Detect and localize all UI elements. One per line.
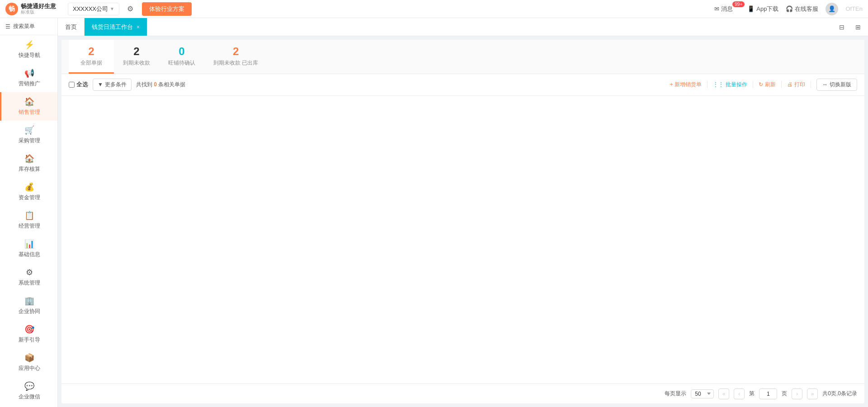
search-menu-btn[interactable]: ☰ 搜索菜单 xyxy=(0,18,57,35)
page-label: 第 xyxy=(749,390,755,398)
batch-icon: ⋮⋮ xyxy=(713,81,724,88)
stats-label-overdue: 到期未收款 xyxy=(123,59,150,67)
pagination-bar: 每页显示 20 50 100 « ‹ 第 页 › » 共0页,0条记录 xyxy=(61,384,864,403)
divider-2 xyxy=(753,81,753,88)
select-all-checkbox[interactable] xyxy=(69,82,75,88)
sidebar-item-operation[interactable]: 📋 经营管理 xyxy=(0,206,57,234)
sidebar-item-wechat[interactable]: 💬 企业微信 xyxy=(0,377,57,405)
switch-icon: ↔ xyxy=(822,81,828,88)
top-header: 畅 畅捷通好生意 标准版 XXXXXX公司 ▼ ⚙ 体验行业方案 ✉ 消息 99… xyxy=(0,0,868,18)
service-icon: 🎧 xyxy=(786,5,793,12)
toolbar-left: 全选 ▼ 更多条件 共找到 0 条相关单据 xyxy=(69,79,665,91)
divider-3 xyxy=(781,81,782,88)
sidebar-item-inventory[interactable]: 🏠 库存核算 xyxy=(0,149,57,178)
sidebar-item-quick-nav[interactable]: ⚡ 快捷导航 xyxy=(0,35,57,64)
last-page-button[interactable]: » xyxy=(807,388,818,399)
stats-tab-all[interactable]: 2 全部单据 xyxy=(69,40,114,74)
message-btn[interactable]: ✉ 消息 99+ xyxy=(714,5,740,13)
stats-label-all: 全部单据 xyxy=(80,59,102,67)
page-total: 共0页,0条记录 xyxy=(822,390,857,398)
found-count: 0 xyxy=(154,81,157,88)
print-icon: 🖨 xyxy=(787,81,793,88)
username-area[interactable]: OfTEn xyxy=(845,5,863,12)
prev-page-button[interactable]: ‹ xyxy=(734,388,745,399)
filter-button[interactable]: ▼ 更多条件 xyxy=(93,79,132,91)
header-right: ✉ 消息 99+ 📱 App下载 🎧 在线客服 👤 OfTEn xyxy=(714,3,863,15)
stats-tab-pending[interactable]: 0 旺铺待确认 xyxy=(159,40,204,74)
first-page-button[interactable]: « xyxy=(718,388,729,399)
page-size-label: 每页显示 xyxy=(665,390,686,398)
print-button[interactable]: 🖨 打印 xyxy=(787,81,805,89)
stats-count-shipped: 2 xyxy=(233,45,239,58)
basic-info-icon: 📊 xyxy=(24,239,34,249)
batch-operation-button[interactable]: ⋮⋮ 批量操作 xyxy=(713,81,747,89)
toolbar: 全选 ▼ 更多条件 共找到 0 条相关单据 + 新增销货单 xyxy=(61,74,864,96)
sidebar-item-guide[interactable]: 🎯 新手引导 xyxy=(0,320,57,348)
divider-4 xyxy=(811,81,811,88)
stats-tab-shipped[interactable]: 2 到期未收款 已出库 xyxy=(204,40,267,74)
tab-active-label: 钱货日清工作台 xyxy=(92,23,133,31)
avatar[interactable]: 👤 xyxy=(826,3,838,15)
tab-close-icon[interactable]: × xyxy=(137,24,140,30)
refresh-icon: ↻ xyxy=(759,81,763,88)
sidebar-item-basic-info[interactable]: 📊 基础信息 xyxy=(0,234,57,263)
stats-label-shipped: 到期未收款 已出库 xyxy=(213,59,258,67)
online-service-btn[interactable]: 🎧 在线客服 xyxy=(786,5,818,13)
logo-area: 畅 畅捷通好生意 标准版 xyxy=(5,3,63,15)
app-center-icon: 📦 xyxy=(24,353,34,363)
app-download-icon: 📱 xyxy=(747,5,755,12)
company-name: XXXXXX公司 xyxy=(73,5,108,13)
guide-icon: 🎯 xyxy=(24,324,34,334)
tab-bar: 首页 钱货日清工作台 × ⊟ ⊞ xyxy=(58,18,868,36)
found-text: 共找到 0 条相关单据 xyxy=(136,81,185,89)
stats-tabs: 2 全部单据 2 到期未收款 0 旺铺待确认 2 到期未收款 已出库 xyxy=(61,40,864,74)
tab-minimize-icon[interactable]: ⊟ xyxy=(835,21,848,33)
page-size-select[interactable]: 20 50 100 xyxy=(691,389,714,398)
sidebar-item-marketing[interactable]: 📢 营销推广 xyxy=(0,64,57,92)
message-badge: 99+ xyxy=(732,1,745,7)
switch-version-button[interactable]: ↔ 切换新版 xyxy=(816,79,857,91)
app-download-btn[interactable]: 📱 App下载 xyxy=(747,5,778,13)
search-icon: ☰ xyxy=(5,23,10,30)
select-all-label[interactable]: 全选 xyxy=(69,80,88,89)
sidebar-item-vip[interactable]: ♛ 畅会员 xyxy=(0,405,57,407)
stats-count-overdue: 2 xyxy=(133,45,139,58)
wechat-icon: 💬 xyxy=(24,381,34,391)
page-number-input[interactable] xyxy=(759,388,777,399)
stats-tab-overdue[interactable]: 2 到期未收款 xyxy=(114,40,159,74)
divider-1 xyxy=(707,81,708,88)
tab-maximize-icon[interactable]: ⊞ xyxy=(852,21,864,33)
sidebar-item-purchase[interactable]: 🛒 采购管理 xyxy=(0,121,57,149)
settings-icon[interactable]: ⚙ xyxy=(123,2,137,16)
system-icon: ⚙ xyxy=(24,267,34,277)
try-industry-button[interactable]: 体验行业方案 xyxy=(142,2,192,16)
tab-home[interactable]: 首页 xyxy=(58,18,85,36)
chevron-down-icon: ▼ xyxy=(110,6,114,11)
message-label: 消息 xyxy=(721,5,733,13)
logo-title: 畅捷通好生意 xyxy=(21,3,56,10)
logo-icon: 畅 xyxy=(5,3,18,15)
refresh-button[interactable]: ↻ 刷新 xyxy=(759,81,776,89)
toolbar-right: + 新增销货单 ⋮⋮ 批量操作 ↻ 刷新 🖨 打印 xyxy=(670,79,857,91)
sidebar-item-finance[interactable]: 💰 资金管理 xyxy=(0,178,57,206)
add-sale-order-button[interactable]: + 新增销货单 xyxy=(670,81,702,89)
stats-count-pending: 0 xyxy=(179,45,184,58)
purchase-icon: 🛒 xyxy=(24,125,34,135)
sidebar-item-sales[interactable]: 🏠 销售管理 xyxy=(0,92,57,121)
sidebar-item-enterprise[interactable]: 🏢 企业协同 xyxy=(0,291,57,320)
tab-bar-actions: ⊟ ⊞ xyxy=(835,21,868,33)
sidebar-item-app-center[interactable]: 📦 应用中心 xyxy=(0,348,57,377)
stats-label-pending: 旺铺待确认 xyxy=(168,59,195,67)
sales-icon: 🏠 xyxy=(24,97,34,107)
logo-sub: 标准版 xyxy=(21,9,56,15)
company-selector[interactable]: XXXXXX公司 ▼ xyxy=(68,3,119,15)
sidebar-item-system[interactable]: ⚙ 系统管理 xyxy=(0,263,57,291)
inventory-icon: 🏠 xyxy=(24,154,34,164)
tab-active[interactable]: 钱货日清工作台 × xyxy=(85,18,147,36)
sidebar: ☰ 搜索菜单 ⚡ 快捷导航 📢 营销推广 🏠 销售管理 🛒 采购管理 🏠 库存核… xyxy=(0,18,58,407)
next-page-button[interactable]: › xyxy=(792,388,802,399)
username-text: OfTEn xyxy=(845,5,863,12)
quick-nav-icon: ⚡ xyxy=(24,40,34,50)
stats-count-all: 2 xyxy=(88,45,94,58)
data-table-area xyxy=(61,96,864,384)
